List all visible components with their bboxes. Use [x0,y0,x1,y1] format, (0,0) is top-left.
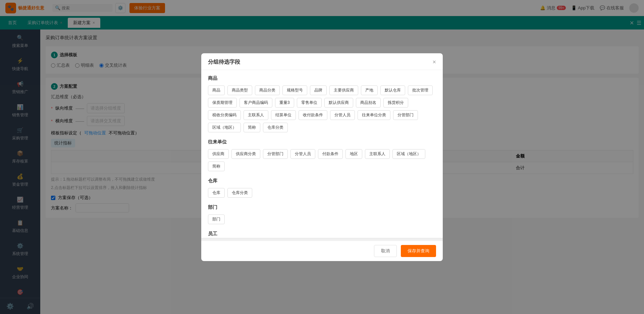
tag-supplier-category[interactable]: 供应商分类 [231,149,260,159]
tag-manager2[interactable]: 分管人员 [290,149,315,159]
dialog-header: 分组待选字段 × [201,53,443,70]
tag-spec-model[interactable]: 规格型号 [282,85,307,95]
section-department-title: 部门 [208,204,436,210]
cancel-button[interactable]: 取消 [374,245,397,257]
tag-pick-points[interactable]: 拣货积分 [383,98,408,108]
tag-supplier[interactable]: 供应商 [208,149,229,159]
section-product-title: 商品 [208,75,436,81]
tag-weight[interactable]: 重量3 [275,98,294,108]
section-department: 部门 部门 [208,204,436,224]
tag-area[interactable]: 地区 [345,149,362,159]
tag-dept-manage2[interactable]: 分管部门 [263,149,288,159]
section-product-tags: 商品 商品类型 商品分类 规格型号 品牌 主要供应商 产地 默认仓库 批次管理 … [208,85,436,132]
section-employee-title: 员工 [208,231,436,237]
tag-tax-code[interactable]: 税收分类编码 [208,110,241,120]
section-employee: 员工 业务员 [208,231,436,238]
tag-main-contact[interactable]: 主联系人 [244,110,268,120]
tag-product-alias[interactable]: 商品别名 [356,98,381,108]
tag-product[interactable]: 商品 [208,85,225,95]
tag-brand[interactable]: 品牌 [310,85,327,95]
field-select-dialog: 分组待选字段 × 商品 商品 商品类型 商品分类 规格型号 品牌 主要供应商 产… [201,53,443,261]
tag-product-category[interactable]: 商品分类 [255,85,280,95]
tag-short-name[interactable]: 简称 [244,123,260,132]
tag-payment-terms[interactable]: 收付款条件 [299,110,327,120]
tag-settlement-unit[interactable]: 结算单位 [271,110,296,120]
tag-retail-unit[interactable]: 零售单位 [297,98,322,108]
tag-main-contact2[interactable]: 主联系人 [365,149,390,159]
section-counterparty-title: 往来单位 [208,139,436,145]
tag-short-name2[interactable]: 简称 [208,162,225,171]
dialog-title: 分组待选字段 [208,59,240,66]
tag-default-warehouse[interactable]: 默认仓库 [380,85,405,95]
tag-dept-manage[interactable]: 分管部门 [393,110,418,120]
dialog-overlay: 分组待选字段 × 商品 商品 商品类型 商品分类 规格型号 品牌 主要供应商 产… [0,0,644,314]
tag-manager[interactable]: 分管人员 [330,110,355,120]
tag-region-area2[interactable]: 区域（地区） [392,149,425,159]
dialog-hscroll[interactable] [201,238,443,240]
tag-main-supplier[interactable]: 主要供应商 [329,85,358,95]
section-warehouse: 仓库 仓库 仓库分类 [208,178,436,198]
section-counterparty: 往来单位 供应商 供应商分类 分管部门 分管人员 付款条件 地区 主联系人 区域… [208,139,436,171]
section-counterparty-tags: 供应商 供应商分类 分管部门 分管人员 付款条件 地区 主联系人 区域（地区） … [208,149,436,171]
tag-dept[interactable]: 部门 [208,214,225,224]
tag-payment-condition[interactable]: 付款条件 [318,149,343,159]
section-warehouse-title: 仓库 [208,178,436,184]
tag-region-area[interactable]: 区域（地区） [208,123,241,132]
section-warehouse-tags: 仓库 仓库分类 [208,188,436,198]
tag-customer-code[interactable]: 客户商品编码 [239,98,272,108]
tag-origin[interactable]: 产地 [361,85,378,95]
tag-batch-mgmt[interactable]: 批次管理 [408,85,433,95]
tag-warehouse[interactable]: 仓库 [208,188,225,198]
section-product: 商品 商品 商品类型 商品分类 规格型号 品牌 主要供应商 产地 默认仓库 批次… [208,75,436,132]
tag-product-type[interactable]: 商品类型 [227,85,252,95]
dialog-body: 商品 商品 商品类型 商品分类 规格型号 品牌 主要供应商 产地 默认仓库 批次… [201,70,443,238]
confirm-button[interactable]: 保存并查询 [401,245,436,257]
section-department-tags: 部门 [208,214,436,224]
tag-expiry-mgmt[interactable]: 保质期管理 [208,98,237,108]
tag-warehouse-category[interactable]: 仓库分类 [263,123,288,132]
tag-counterparty-category[interactable]: 往来单位分类 [358,110,390,120]
dialog-footer: 取消 保存并查询 [201,241,443,261]
dialog-close-button[interactable]: × [432,59,436,66]
tag-default-supplier[interactable]: 默认供应商 [324,98,353,108]
tag-warehouse-cat[interactable]: 仓库分类 [227,188,252,198]
